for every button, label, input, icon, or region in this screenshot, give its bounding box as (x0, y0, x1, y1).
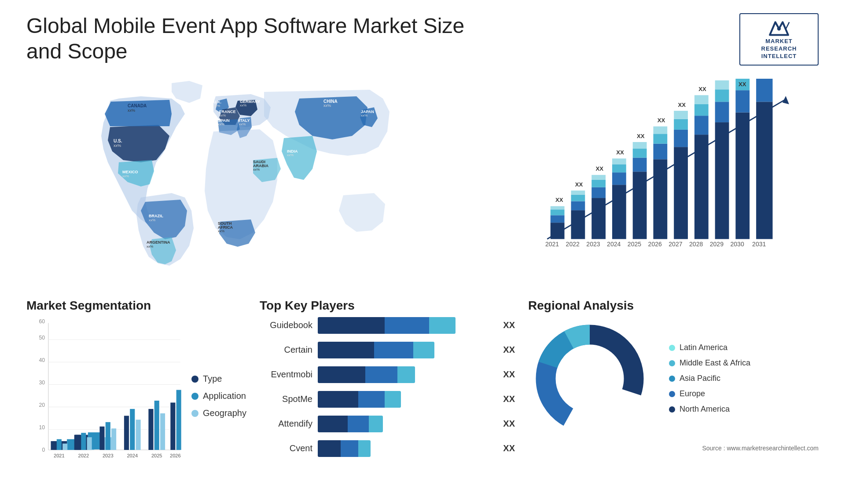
svg-rect-70 (674, 111, 688, 119)
map-container: CANADA xx% U.S. xx% MEXICO xx% BRAZIL xx… (26, 74, 493, 285)
svg-rect-79 (715, 89, 729, 102)
svg-text:2022: 2022 (78, 453, 89, 458)
page-title: Global Mobile Event App Software Market … (26, 13, 467, 64)
players-title: Top Key Players (260, 299, 515, 313)
svg-rect-130 (111, 428, 116, 450)
svg-rect-85 (756, 102, 772, 239)
svg-text:2025: 2025 (628, 241, 641, 248)
svg-rect-129 (106, 422, 110, 449)
svg-text:XX: XX (738, 80, 746, 87)
logo-text: MARKET RESEARCH INTELLECT (761, 38, 797, 60)
dot-latin-america (669, 345, 675, 351)
svg-text:XX: XX (616, 149, 624, 156)
player-row-attendify: Attendify XX (260, 416, 515, 432)
svg-rect-124 (75, 435, 80, 449)
svg-text:xx%: xx% (253, 168, 260, 172)
player-bar-cvent (318, 440, 494, 457)
svg-text:CANADA: CANADA (128, 103, 147, 108)
svg-rect-138 (160, 413, 165, 450)
svg-text:xx%: xx% (149, 218, 155, 222)
legend-item-geography: Geography (191, 408, 246, 418)
svg-rect-121 (57, 439, 62, 449)
svg-text:xx%: xx% (219, 113, 226, 117)
player-xx-spotme: XX (503, 394, 515, 404)
svg-rect-47 (592, 198, 606, 239)
legend-dot-geography (191, 410, 198, 417)
header: Global Mobile Event App Software Market … (26, 13, 819, 66)
svg-text:2031: 2031 (752, 241, 766, 248)
svg-rect-44 (571, 194, 585, 201)
player-name-attendify: Attendify (260, 419, 312, 429)
svg-rect-86 (756, 79, 772, 102)
svg-rect-64 (653, 134, 667, 143)
svg-line-2 (786, 22, 789, 29)
svg-rect-58 (633, 157, 647, 172)
svg-text:xx%: xx% (239, 122, 246, 126)
svg-text:XX: XX (637, 132, 645, 139)
svg-text:2023: 2023 (586, 241, 600, 248)
svg-rect-67 (674, 147, 688, 239)
logo-box: MARKET RESEARCH INTELLECT (739, 13, 819, 66)
svg-text:U.S.: U.S. (114, 139, 122, 143)
legend-middle-east-africa: Middle East & Africa (669, 358, 750, 368)
svg-rect-65 (653, 126, 667, 134)
player-xx-eventmobi: XX (503, 369, 515, 380)
svg-point-1 (777, 27, 781, 30)
svg-rect-63 (653, 143, 667, 159)
segmentation-panel: Market Segmentation 0 10 20 30 40 50 (26, 299, 246, 488)
svg-text:xx%: xx% (114, 143, 121, 148)
player-xx-attendify: XX (503, 419, 515, 429)
svg-rect-37 (551, 223, 565, 239)
legend-north-america: North America (669, 405, 750, 414)
page-container: Global Mobile Event App Software Market … (0, 0, 845, 504)
svg-text:2030: 2030 (731, 241, 744, 248)
svg-text:2021: 2021 (54, 453, 65, 458)
players-panel: Top Key Players Guidebook XX Certain (260, 299, 515, 488)
player-name-spotme: SpotMe (260, 394, 312, 404)
dot-europe (669, 391, 675, 397)
svg-text:2024: 2024 (607, 241, 621, 248)
svg-rect-43 (571, 201, 585, 210)
svg-text:XX: XX (658, 117, 665, 124)
svg-rect-42 (571, 210, 585, 239)
svg-rect-57 (633, 172, 647, 239)
svg-text:XX: XX (555, 197, 563, 203)
svg-rect-75 (694, 95, 709, 104)
svg-rect-72 (694, 135, 709, 239)
svg-rect-77 (715, 122, 729, 239)
svg-text:xx%: xx% (218, 229, 224, 233)
svg-text:xx%: xx% (240, 103, 246, 107)
svg-rect-78 (715, 102, 729, 122)
player-bar-certain (318, 342, 494, 358)
svg-text:50: 50 (39, 335, 45, 341)
regional-panel: Regional Analysis (528, 299, 819, 488)
player-name-guidebook: Guidebook (260, 320, 312, 330)
svg-text:2025: 2025 (151, 453, 162, 458)
svg-rect-133 (130, 409, 135, 450)
svg-text:xx%: xx% (213, 104, 220, 108)
svg-rect-54 (612, 164, 626, 172)
dot-north-america (669, 406, 675, 413)
svg-rect-48 (592, 187, 606, 197)
svg-rect-132 (124, 416, 129, 450)
svg-text:40: 40 (39, 357, 45, 363)
svg-rect-140 (170, 402, 175, 450)
svg-rect-49 (592, 180, 606, 187)
player-row-spotme: SpotMe XX (260, 391, 515, 408)
svg-text:30: 30 (39, 380, 45, 386)
player-name-certain: Certain (260, 345, 312, 355)
svg-text:10: 10 (39, 424, 45, 431)
segmentation-legend: Type Application Geography (191, 317, 246, 475)
svg-rect-50 (592, 175, 606, 179)
svg-point-148 (566, 354, 614, 403)
svg-text:xx%: xx% (147, 245, 153, 248)
svg-rect-125 (81, 433, 86, 450)
svg-text:BRAZIL: BRAZIL (149, 214, 163, 218)
player-bar-eventmobi (318, 366, 494, 383)
segmentation-title: Market Segmentation (26, 299, 246, 313)
svg-text:xx%: xx% (361, 113, 367, 117)
svg-text:60: 60 (39, 318, 45, 324)
growth-bar-chart: XX XX XX XX (515, 79, 810, 268)
player-row-eventmobi: Eventmobi XX (260, 366, 515, 383)
svg-rect-53 (612, 172, 626, 185)
